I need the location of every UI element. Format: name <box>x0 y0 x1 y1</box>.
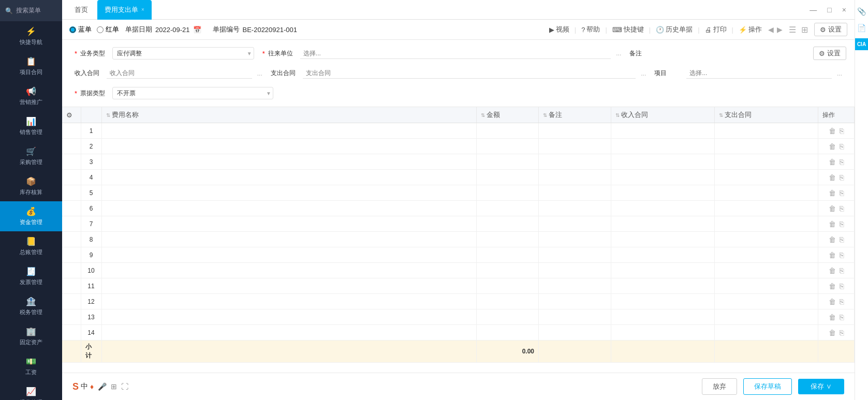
service-type-select[interactable]: 应付调整 其他 <box>112 47 254 60</box>
row-amount[interactable] <box>477 216 539 232</box>
help-action[interactable]: ? 帮助 <box>581 25 600 34</box>
delete-icon[interactable]: 🗑 <box>829 189 836 197</box>
copy-icon[interactable]: ⎘ <box>840 282 844 290</box>
row-expense-name[interactable] <box>101 325 477 340</box>
sidebar-item-accounting[interactable]: 📒 总账管理 <box>0 231 62 261</box>
income-contract-input[interactable] <box>107 68 252 79</box>
delete-icon[interactable]: 🗑 <box>829 329 836 337</box>
top-set-button[interactable]: ⚙ 设置 <box>813 47 846 60</box>
row-expense-contract[interactable] <box>715 185 818 201</box>
row-amount[interactable] <box>477 309 539 325</box>
delete-icon[interactable]: 🗑 <box>829 204 836 213</box>
row-remark[interactable] <box>539 185 611 201</box>
grid-icon[interactable]: ⊞ <box>111 382 117 391</box>
invoice-type-select[interactable]: 不开票 增值税普通发票 增值税专用发票 <box>112 87 273 99</box>
row-amount[interactable] <box>477 185 539 201</box>
row-expense-contract[interactable] <box>715 294 818 309</box>
row-income-contract[interactable] <box>611 154 715 170</box>
discard-button[interactable]: 放弃 <box>702 378 737 395</box>
copy-icon[interactable]: ⎘ <box>840 251 844 259</box>
delete-icon[interactable]: 🗑 <box>829 298 836 306</box>
row-income-contract[interactable] <box>611 170 715 185</box>
delete-icon[interactable]: 🗑 <box>829 235 836 244</box>
copy-icon[interactable]: ⎘ <box>840 298 844 306</box>
sidebar-item-sales[interactable]: 📊 销售管理 <box>0 111 62 141</box>
tab-expense[interactable]: 费用支出单 × <box>97 0 152 20</box>
mic-icon[interactable]: 🎤 <box>98 382 107 391</box>
row-expense-contract[interactable] <box>715 154 818 170</box>
row-remark[interactable] <box>539 232 611 247</box>
save-button[interactable]: 保存 ∨ <box>798 379 844 394</box>
row-remark[interactable] <box>539 123 611 139</box>
row-income-contract[interactable] <box>611 309 715 325</box>
delete-icon[interactable]: 🗑 <box>829 127 836 135</box>
row-expense-name[interactable] <box>101 232 477 247</box>
sidebar-item-project-contract[interactable]: 📋 项目合同 <box>0 51 62 81</box>
row-expense-contract[interactable] <box>715 170 818 185</box>
row-expense-name[interactable] <box>101 170 477 185</box>
row-expense-contract[interactable] <box>715 263 818 278</box>
row-amount[interactable] <box>477 278 539 294</box>
row-remark[interactable] <box>539 201 611 216</box>
crop-icon[interactable]: ⛶ <box>121 382 128 391</box>
row-expense-name[interactable] <box>101 263 477 278</box>
row-income-contract[interactable] <box>611 232 715 247</box>
tab-home[interactable]: 首页 <box>67 0 95 20</box>
row-expense-contract[interactable] <box>715 247 818 263</box>
sidebar-item-salary[interactable]: 💵 工资 <box>0 351 62 381</box>
sidebar-item-tax[interactable]: 🏦 税务管理 <box>0 291 62 321</box>
copy-icon[interactable]: ⎘ <box>840 189 844 197</box>
amount-sort-icon[interactable]: ⇅ <box>481 112 485 118</box>
expense-name-sort-icon[interactable]: ⇅ <box>106 112 110 118</box>
row-amount[interactable] <box>477 325 539 340</box>
ops-action[interactable]: ⚡ 操作 <box>739 25 762 34</box>
row-remark[interactable] <box>539 170 611 185</box>
row-amount[interactable] <box>477 232 539 247</box>
row-remark[interactable] <box>539 216 611 232</box>
sidebar-item-inventory[interactable]: 📦 库存核算 <box>0 171 62 201</box>
copy-icon[interactable]: ⎘ <box>840 266 844 275</box>
project-input[interactable] <box>686 68 832 79</box>
sidebar-item-capital[interactable]: 💰 资金管理 <box>0 201 62 231</box>
grid-view-icon[interactable]: ⊞ <box>801 25 808 35</box>
row-income-contract[interactable] <box>611 325 715 340</box>
delete-icon[interactable]: 🗑 <box>829 220 836 228</box>
row-remark[interactable] <box>539 325 611 340</box>
copy-icon[interactable]: ⎘ <box>840 329 844 337</box>
sidebar-search[interactable]: 🔍 搜索菜单 <box>0 0 62 21</box>
project-dots[interactable]: ... <box>837 70 842 77</box>
remark-sort-icon[interactable]: ⇅ <box>543 112 547 118</box>
sidebar-item-quick-nav[interactable]: ⚡ 快捷导航 <box>0 21 62 51</box>
income-contract-dots[interactable]: ... <box>257 70 262 77</box>
row-income-contract[interactable] <box>611 278 715 294</box>
copy-icon[interactable]: ⎘ <box>840 142 844 151</box>
delete-icon[interactable]: 🗑 <box>829 266 836 275</box>
copy-icon[interactable]: ⎘ <box>840 173 844 182</box>
row-remark[interactable] <box>539 278 611 294</box>
row-amount[interactable] <box>477 170 539 185</box>
row-remark[interactable] <box>539 247 611 263</box>
row-expense-name[interactable] <box>101 247 477 263</box>
counterparty-dots[interactable]: ... <box>616 50 621 57</box>
row-income-contract[interactable] <box>611 216 715 232</box>
row-expense-contract[interactable] <box>715 139 818 154</box>
table-settings-header[interactable]: ⚙ <box>62 107 81 123</box>
row-remark[interactable] <box>539 139 611 154</box>
row-expense-contract[interactable] <box>715 216 818 232</box>
row-income-contract[interactable] <box>611 139 715 154</box>
copy-icon[interactable]: ⎘ <box>840 127 844 135</box>
row-expense-contract[interactable] <box>715 278 818 294</box>
delete-icon[interactable]: 🗑 <box>829 142 836 151</box>
delete-icon[interactable]: 🗑 <box>829 282 836 290</box>
sidebar-item-fixed-assets[interactable]: 🏢 固定资产 <box>0 321 62 351</box>
row-expense-name[interactable] <box>101 278 477 294</box>
row-remark[interactable] <box>539 294 611 309</box>
right-panel-green-btn[interactable]: CIA <box>855 38 869 50</box>
expense-contract-dots[interactable]: ... <box>641 70 646 77</box>
next-arrow[interactable]: ▶ <box>776 25 784 34</box>
row-amount[interactable] <box>477 263 539 278</box>
calendar-icon[interactable]: 📅 <box>193 26 201 34</box>
maximize-button[interactable]: □ <box>824 5 834 15</box>
copy-icon[interactable]: ⎘ <box>840 220 844 228</box>
row-expense-name[interactable] <box>101 216 477 232</box>
